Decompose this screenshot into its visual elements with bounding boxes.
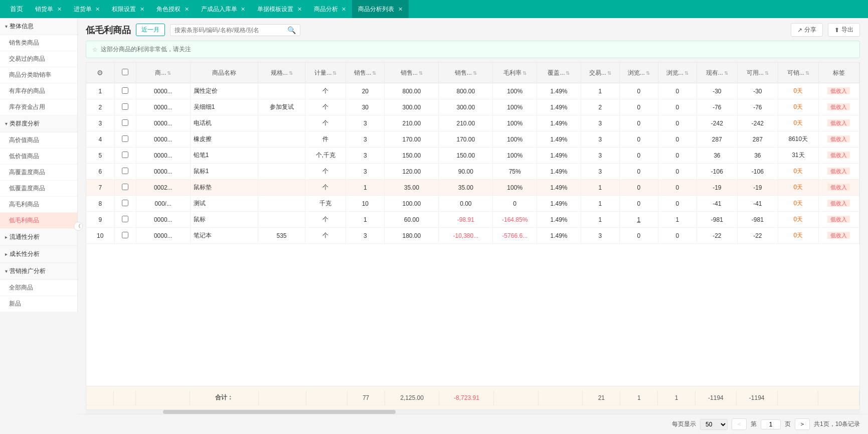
sidebar-item-low-margin[interactable]: 低毛利商品: [0, 213, 77, 229]
col-header-settings[interactable]: ⚙: [86, 63, 114, 83]
close-permission-icon[interactable]: ✕: [140, 6, 144, 12]
sidebar-item-sales-goods[interactable]: 销售类商品: [0, 35, 77, 51]
row-checkbox[interactable]: [122, 87, 128, 94]
col-header-checkbox[interactable]: [114, 63, 136, 83]
row-unit: 个: [305, 180, 346, 196]
row-checkbox-cell[interactable]: [114, 228, 136, 244]
sidebar-group-circulation[interactable]: ▸ 流通性分析: [0, 229, 77, 246]
nav-template-settings[interactable]: 单据模板设置 ✕: [251, 0, 308, 18]
col-header-unit: 计量...⇅: [305, 63, 346, 83]
row-checkbox-cell[interactable]: [114, 131, 136, 148]
browse-link[interactable]: 1: [637, 216, 640, 223]
row-checkbox-cell[interactable]: [114, 83, 136, 99]
export-button[interactable]: ⬆ 导出: [828, 23, 860, 37]
row-sales-amt2: -10,380...: [439, 228, 493, 244]
row-sales-amt1: 180.00: [385, 228, 439, 244]
nav-sales-order[interactable]: 销货单 ✕: [29, 0, 68, 18]
sidebar-group-cluster[interactable]: ▾ 类群度分析: [0, 115, 77, 132]
row-checkbox[interactable]: [122, 200, 128, 206]
row-sales-qty: 1: [346, 180, 385, 196]
row-checkbox[interactable]: [122, 103, 128, 110]
tag-badge: 低收入: [827, 232, 850, 239]
sidebar-item-low-coverage[interactable]: 低覆盖度商品: [0, 181, 77, 197]
search-input[interactable]: [175, 27, 287, 34]
nav-home[interactable]: 首页: [4, 0, 29, 18]
horizontal-scrollbar[interactable]: [86, 410, 860, 414]
sidebar-item-high-margin[interactable]: 高毛利商品: [0, 197, 77, 213]
row-stock: -76: [697, 99, 737, 115]
sidebar-item-low-value[interactable]: 低价值商品: [0, 149, 77, 165]
scrollbar-thumb[interactable]: [163, 410, 395, 414]
sidebar-group-growth[interactable]: ▸ 成长性分析: [0, 246, 77, 263]
row-sales-qty: 3: [346, 228, 385, 244]
sidebar-item-high-value[interactable]: 高价值商品: [0, 132, 77, 149]
totals-browse1: 1: [620, 390, 658, 405]
row-stock: -22: [697, 228, 737, 244]
sidebar-item-stocked-goods[interactable]: 有库存的商品: [0, 83, 77, 99]
close-purchase-order-icon[interactable]: ✕: [95, 6, 100, 12]
close-goods-analysis-icon[interactable]: ✕: [341, 6, 346, 12]
close-goods-list-icon[interactable]: ✕: [398, 6, 403, 12]
nav-product-entry[interactable]: 产成品入库单 ✕: [195, 0, 252, 18]
time-filter-button[interactable]: 近一月: [136, 24, 165, 36]
sidebar-item-new-goods[interactable]: 新品: [0, 296, 77, 312]
sidebar-collapse-button[interactable]: 《: [74, 222, 83, 231]
page-size-label: 每页显示: [672, 420, 696, 428]
row-checkbox-cell[interactable]: [114, 164, 136, 180]
row-checkbox-cell[interactable]: [114, 196, 136, 212]
nav-permission-settings[interactable]: 权限设置 ✕: [106, 0, 150, 18]
row-name: 笔记本: [190, 228, 258, 244]
row-checkbox-cell[interactable]: [114, 148, 136, 164]
row-trades: 2: [581, 99, 619, 115]
page-size-select[interactable]: 50 100 200: [700, 419, 728, 430]
totals-trades: 21: [583, 390, 620, 405]
page-number-input[interactable]: [761, 419, 781, 429]
close-sales-order-icon[interactable]: ✕: [57, 6, 62, 12]
row-checkbox-cell[interactable]: [114, 180, 136, 196]
row-coverage: 1.49%: [537, 131, 581, 148]
close-product-entry-icon[interactable]: ✕: [241, 6, 245, 12]
sidebar-item-stock-capital[interactable]: 库存资金占用: [0, 99, 77, 115]
row-checkbox-cell[interactable]: [114, 115, 136, 131]
sidebar-group-overall[interactable]: ▾ 整体信息: [0, 18, 77, 35]
row-checkbox[interactable]: [122, 184, 128, 190]
row-checkbox[interactable]: [122, 152, 128, 158]
row-name: 属性定价: [190, 83, 258, 99]
row-checkbox-cell[interactable]: [114, 212, 136, 228]
row-name: 鼠标垫: [190, 180, 258, 196]
prev-page-button[interactable]: ＜: [732, 418, 747, 430]
sidebar-item-high-coverage[interactable]: 高覆盖度商品: [0, 165, 77, 181]
sidebar-item-category-rate[interactable]: 商品分类助销率: [0, 67, 77, 83]
row-checkbox[interactable]: [122, 135, 128, 142]
search-icon[interactable]: 🔍: [287, 26, 296, 34]
next-page-button[interactable]: ＞: [795, 418, 810, 430]
content-area: 低毛利商品 近一月 🔍 ↗ 分享 ⬆ 导出 ☆ 这部分商品的利润非常低，请关注: [78, 18, 868, 434]
row-checkbox[interactable]: [122, 216, 128, 222]
row-checkbox[interactable]: [122, 119, 128, 126]
nav-goods-analysis-list[interactable]: 商品分析列表 ✕: [352, 0, 409, 18]
row-trades: 1: [581, 180, 619, 196]
close-template-icon[interactable]: ✕: [297, 6, 302, 12]
sidebar-group-marketing[interactable]: ▾ 营销推广分析: [0, 263, 77, 280]
row-sales-qty: 3: [346, 131, 385, 148]
tag-badge: 低收入: [827, 200, 850, 207]
row-trades: 3: [581, 115, 619, 131]
row-checkbox-cell[interactable]: [114, 99, 136, 115]
row-checkbox[interactable]: [122, 232, 128, 238]
row-name: 电话机: [190, 115, 258, 131]
sidebar-item-traded-goods[interactable]: 交易过的商品: [0, 51, 77, 67]
share-button[interactable]: ↗ 分享: [791, 23, 823, 37]
row-unit: 个,千克: [305, 148, 346, 164]
table-row: 3 0000... 电话机 个 3 210.00 210.00 100% 1.4…: [86, 115, 859, 131]
nav-role-auth[interactable]: 角色授权 ✕: [150, 0, 195, 18]
row-sales-amt1: 800.00: [385, 83, 439, 99]
totals-stock: -1194: [696, 390, 737, 405]
nav-purchase-order[interactable]: 进货单 ✕: [68, 0, 106, 18]
close-role-auth-icon[interactable]: ✕: [185, 6, 189, 12]
nav-goods-analysis[interactable]: 商品分析 ✕: [308, 0, 353, 18]
row-coverage: 1.49%: [537, 212, 581, 228]
settings-icon[interactable]: ⚙: [93, 67, 107, 79]
select-all-checkbox[interactable]: [122, 69, 128, 75]
row-checkbox[interactable]: [122, 168, 128, 174]
sidebar-item-all-goods[interactable]: 全部商品: [0, 280, 77, 296]
